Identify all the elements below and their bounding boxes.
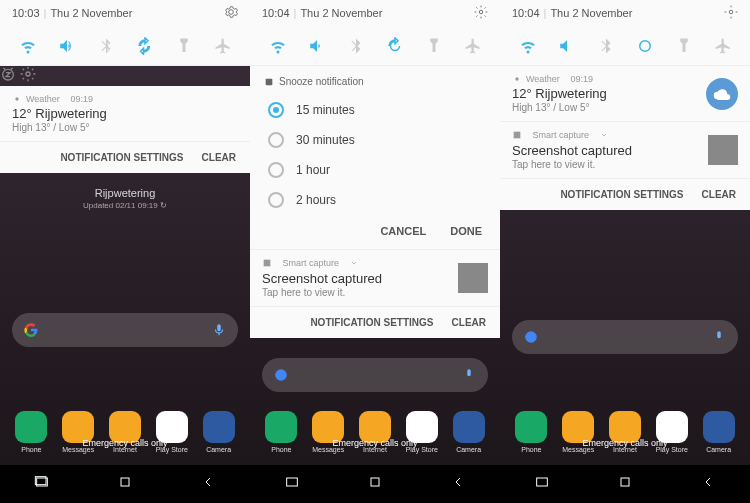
rotate-icon[interactable] [633, 34, 657, 58]
home-button[interactable] [117, 474, 133, 494]
emergency-text: Emergency calls only [500, 438, 750, 448]
back-button[interactable] [200, 474, 216, 494]
svg-rect-11 [371, 478, 379, 486]
home-button[interactable] [617, 474, 633, 494]
svg-rect-18 [621, 478, 629, 486]
cancel-button[interactable]: CANCEL [380, 225, 426, 237]
google-search-bar[interactable] [12, 313, 238, 347]
google-icon [274, 368, 288, 382]
settings-icon[interactable] [474, 5, 488, 21]
bluetooth-icon[interactable] [594, 34, 618, 58]
svg-point-12 [729, 10, 733, 14]
sound-icon[interactable] [55, 34, 79, 58]
recents-button[interactable] [534, 474, 550, 494]
snooze-option-30min[interactable]: 30 minutes [264, 125, 486, 155]
done-button[interactable]: DONE [450, 225, 482, 237]
svg-point-6 [479, 10, 483, 14]
notification-settings-button[interactable]: NOTIFICATION SETTINGS [310, 317, 433, 328]
phone-screen-2: 10:04 | Thu 2 November Snooze notificati… [250, 0, 500, 503]
status-bar: 10:04 | Thu 2 November [250, 0, 500, 26]
emergency-text: Emergency calls only [250, 438, 500, 448]
svg-point-9 [275, 369, 287, 381]
nav-bar [250, 465, 500, 503]
status-bar: 10:03 | Thu 2 November [0, 0, 250, 26]
back-button[interactable] [450, 474, 466, 494]
home-screen: Phone Messages Internet Play Store Camer… [500, 210, 750, 503]
flashlight-icon[interactable] [172, 34, 196, 58]
sound-icon[interactable] [555, 34, 579, 58]
airplane-icon[interactable] [461, 34, 485, 58]
snooze-icon[interactable] [0, 68, 16, 85]
snooze-option-1hour[interactable]: 1 hour [264, 155, 486, 185]
notification-actions: NOTIFICATION SETTINGS CLEAR [250, 306, 500, 338]
flashlight-icon[interactable] [672, 34, 696, 58]
notif-settings-icon[interactable] [20, 68, 36, 85]
svg-rect-5 [121, 478, 129, 486]
recents-button[interactable] [284, 474, 300, 494]
clear-button[interactable]: CLEAR [202, 152, 236, 163]
quick-settings [500, 26, 750, 66]
clear-button[interactable]: CLEAR [702, 189, 736, 200]
home-screen: Rijpwetering Updated 02/11 09:19 ↻ Phone… [0, 173, 250, 503]
mic-icon[interactable] [462, 368, 476, 382]
svg-point-13 [639, 40, 650, 51]
back-button[interactable] [700, 474, 716, 494]
svg-rect-10 [286, 478, 297, 486]
wifi-icon[interactable] [516, 34, 540, 58]
rotate-icon[interactable] [383, 34, 407, 58]
flashlight-icon[interactable] [422, 34, 446, 58]
emergency-text: Emergency calls only [0, 438, 250, 448]
weather-notification[interactable]: Weather 09:19 12° Rijpwetering High 13° … [0, 86, 250, 141]
rotate-icon[interactable] [133, 34, 157, 58]
quick-settings [0, 26, 250, 66]
svg-point-2 [15, 97, 18, 100]
phone-screen-3: 10:04 | Thu 2 November Weather 09:19 12°… [500, 0, 750, 503]
notification-actions: NOTIFICATION SETTINGS CLEAR [0, 141, 250, 173]
notification-settings-button[interactable]: NOTIFICATION SETTINGS [560, 189, 683, 200]
notification-side-actions [0, 66, 250, 86]
wifi-icon[interactable] [16, 34, 40, 58]
mic-icon[interactable] [712, 330, 726, 344]
svg-rect-7 [266, 78, 273, 85]
radio-selected-icon [268, 102, 284, 118]
clear-button[interactable]: CLEAR [452, 317, 486, 328]
google-search-bar[interactable] [262, 358, 488, 392]
svg-point-16 [525, 331, 537, 343]
snooze-option-15min[interactable]: 15 minutes [264, 95, 486, 125]
settings-icon[interactable] [224, 5, 238, 21]
screenshot-thumbnail[interactable] [708, 135, 738, 165]
svg-rect-17 [536, 478, 547, 486]
google-search-bar[interactable] [512, 320, 738, 354]
weather-notification[interactable]: Weather 09:19 12° Rijpwetering High 13° … [500, 66, 750, 121]
wifi-icon[interactable] [266, 34, 290, 58]
notification-settings-button[interactable]: NOTIFICATION SETTINGS [60, 152, 183, 163]
bluetooth-icon[interactable] [344, 34, 368, 58]
mic-icon[interactable] [212, 323, 226, 337]
nav-bar [0, 465, 250, 503]
nav-bar [500, 465, 750, 503]
home-button[interactable] [367, 474, 383, 494]
settings-icon[interactable] [724, 5, 738, 21]
google-icon [524, 330, 538, 344]
status-date: Thu 2 November [50, 7, 224, 19]
home-screen: Phone Messages Internet Play Store Camer… [250, 338, 500, 503]
screenshot-thumbnail[interactable] [458, 263, 488, 293]
phone-screen-1: 10:03 | Thu 2 November Weather 09:19 12°… [0, 0, 250, 503]
svg-rect-15 [514, 132, 521, 139]
chevron-down-icon[interactable] [350, 259, 358, 267]
sound-icon[interactable] [305, 34, 329, 58]
svg-rect-8 [264, 260, 271, 267]
notification-actions: NOTIFICATION SETTINGS CLEAR [500, 178, 750, 210]
status-time: 10:03 [12, 7, 40, 19]
airplane-icon[interactable] [211, 34, 235, 58]
bluetooth-icon[interactable] [94, 34, 118, 58]
airplane-icon[interactable] [711, 34, 735, 58]
screenshot-notification[interactable]: Smart capture Screenshot captured Tap he… [500, 121, 750, 178]
screenshot-notification[interactable]: Smart capture Screenshot captured Tap he… [250, 249, 500, 306]
weather-subtitle: High 13° / Low 5° [12, 122, 238, 133]
weather-widget[interactable]: Rijpwetering Updated 02/11 09:19 ↻ [0, 187, 250, 210]
snooze-option-2hours[interactable]: 2 hours [264, 185, 486, 215]
svg-point-14 [515, 77, 518, 80]
recents-button[interactable] [34, 474, 50, 494]
chevron-down-icon[interactable] [600, 131, 608, 139]
